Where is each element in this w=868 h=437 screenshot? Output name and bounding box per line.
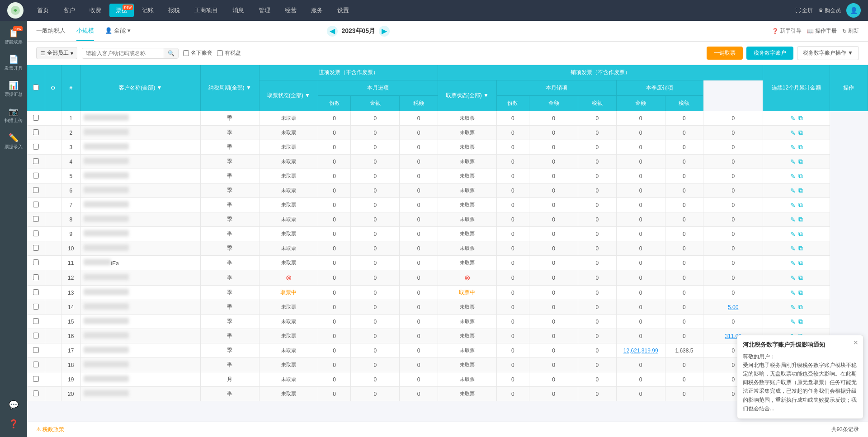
digital-account-ops-btn[interactable]: 税务数字账户操作 ▼ (797, 46, 859, 60)
nav-services[interactable]: 服务 (305, 4, 329, 17)
sidebar-chat-icon[interactable]: 💬 (6, 397, 21, 413)
row-checkbox[interactable] (33, 333, 39, 338)
date-prev-btn[interactable]: ◀ (327, 26, 338, 37)
row-checkbox[interactable] (33, 245, 39, 251)
digital-account-btn[interactable]: 税务数字账户 (746, 47, 793, 60)
date-next-btn[interactable]: ▶ (379, 26, 390, 37)
account-checkbox[interactable] (183, 50, 189, 56)
copy-icon[interactable]: ⧉ (798, 172, 803, 180)
tax-policy-link[interactable]: ⚠ 税政政策 (36, 426, 64, 433)
edit-icon[interactable]: ✎ (790, 173, 796, 180)
row-checkbox[interactable] (33, 289, 39, 295)
refresh-btn[interactable]: ↻ 刷新 (842, 27, 859, 35)
copy-icon[interactable]: ⧉ (798, 244, 803, 252)
row-checkbox[interactable] (33, 173, 39, 179)
avatar[interactable]: 👤 (846, 3, 861, 18)
row-checkbox[interactable] (33, 376, 39, 382)
copy-icon[interactable]: ⧉ (798, 129, 803, 136)
edit-icon[interactable]: ✎ (790, 202, 796, 209)
sidebar-item-scan[interactable]: 📷 扫描上传 (2, 103, 25, 127)
nav-accounting[interactable]: 记账 (136, 4, 160, 17)
notification-close-btn[interactable]: ✕ (853, 339, 859, 346)
th-in-ticket-status[interactable]: 取票状态(全部) ▼ (259, 80, 318, 111)
edit-icon[interactable]: ✎ (790, 304, 796, 311)
row-checkbox[interactable] (33, 187, 39, 193)
copy-icon[interactable]: ⧉ (798, 259, 803, 267)
nav-business[interactable]: 工商项目 (188, 4, 224, 17)
row-checkbox[interactable] (33, 115, 39, 121)
taxdisk-checkbox[interactable] (217, 50, 223, 56)
row-checkbox[interactable] (33, 304, 39, 310)
edit-icon[interactable]: ✎ (790, 289, 796, 296)
nav-clients[interactable]: 客户 (57, 4, 81, 17)
search-input[interactable] (82, 48, 164, 58)
edit-icon[interactable]: ✎ (790, 144, 796, 151)
fullscreen-btn[interactable]: ⛶ 全屏 (795, 7, 813, 14)
edit-icon[interactable]: ✎ (790, 230, 796, 238)
row-checkbox[interactable] (33, 362, 39, 367)
nav-home[interactable]: 首页 (31, 4, 55, 17)
row-checkbox[interactable] (33, 390, 39, 396)
copy-icon[interactable]: ⧉ (798, 289, 803, 296)
select-all-checkbox[interactable] (33, 85, 39, 90)
edit-icon[interactable]: ✎ (790, 216, 796, 223)
edit-icon[interactable]: ✎ (790, 245, 796, 252)
th-client-name[interactable]: 客户名称(全部) ▼ (80, 65, 200, 111)
nav-manage[interactable]: 管理 (252, 4, 277, 17)
copy-icon[interactable]: ⧉ (798, 303, 803, 311)
nav-tickets[interactable]: 票据 new (109, 4, 134, 17)
guide-btn[interactable]: ❓ 新手引导 (772, 27, 802, 35)
cumulative-value[interactable]: 5.00 (728, 304, 738, 310)
nav-messages[interactable]: 消息 (226, 4, 250, 17)
edit-icon[interactable]: ✎ (790, 274, 796, 282)
copy-icon[interactable]: ⧉ (798, 187, 803, 194)
search-button[interactable]: 🔍 (164, 48, 178, 58)
edit-icon[interactable]: ✎ (790, 129, 796, 136)
copy-icon[interactable]: ⧉ (798, 318, 803, 325)
edit-icon[interactable]: ✎ (790, 187, 796, 194)
copy-icon[interactable]: ⧉ (798, 201, 803, 209)
row-checkbox[interactable] (33, 129, 39, 135)
sidebar-help-icon[interactable]: ❓ (6, 416, 21, 432)
copy-icon[interactable]: ⧉ (798, 216, 803, 223)
employee-select[interactable]: ☰ 全部员工 ▾ (36, 47, 77, 59)
edit-icon[interactable]: ✎ (790, 158, 796, 165)
sidebar-item-smart-ticket[interactable]: new 📋 智能取票 (2, 24, 25, 49)
row-checkbox[interactable] (33, 202, 39, 207)
sidebar-item-entry[interactable]: ✏️ 票据录入 (2, 129, 25, 154)
copy-icon[interactable]: ⧉ (798, 158, 803, 165)
row-checkbox[interactable] (33, 259, 39, 265)
copy-icon[interactable]: ⧉ (798, 230, 803, 238)
row-checkbox[interactable] (33, 158, 39, 164)
nav-settings[interactable]: 设置 (331, 4, 355, 17)
row-checkbox[interactable] (33, 144, 39, 150)
edit-icon[interactable]: ✎ (790, 318, 796, 325)
nav-operations[interactable]: 经营 (278, 4, 303, 17)
checkbox-account[interactable]: 名下账套 (183, 49, 212, 57)
th-out-ticket-status[interactable]: 取票状态(全部) ▼ (438, 80, 496, 111)
edit-icon[interactable]: ✎ (790, 259, 796, 267)
copy-icon[interactable]: ⧉ (798, 143, 803, 151)
sidebar-item-invoice[interactable]: 📄 发票开具 (2, 51, 25, 75)
nav-tax[interactable]: 报税 (162, 4, 186, 17)
vip-btn[interactable]: ♛ 购会员 (818, 7, 841, 14)
row-checkbox[interactable] (33, 318, 39, 324)
manual-btn[interactable]: 📖 操作手册 (807, 27, 837, 35)
th-tax-period[interactable]: 纳税周期(全部) ▼ (200, 65, 259, 111)
nav-billing[interactable]: 收费 (83, 4, 108, 17)
tab-all[interactable]: 👤 全能 ▾ (105, 21, 131, 41)
edit-icon[interactable]: ✎ (790, 115, 796, 122)
row-settings-cell (45, 256, 61, 270)
row-checkbox[interactable] (33, 274, 39, 280)
tab-small-scale[interactable]: 小规模 (76, 21, 94, 41)
row-checkbox[interactable] (33, 347, 39, 353)
onekey-ticket-btn[interactable]: 一键取票 (707, 47, 743, 60)
copy-icon[interactable]: ⧉ (798, 114, 803, 122)
checkbox-taxdisk[interactable]: 有税盘 (217, 49, 241, 57)
season-amount[interactable]: 12,621,319.99 (623, 348, 658, 354)
row-checkbox[interactable] (33, 230, 39, 236)
sidebar-item-summary[interactable]: 📊 票据汇总 (2, 77, 25, 101)
row-checkbox[interactable] (33, 216, 39, 222)
tab-general-taxpayer[interactable]: 一般纳税人 (36, 21, 66, 41)
copy-icon[interactable]: ⧉ (798, 274, 803, 282)
